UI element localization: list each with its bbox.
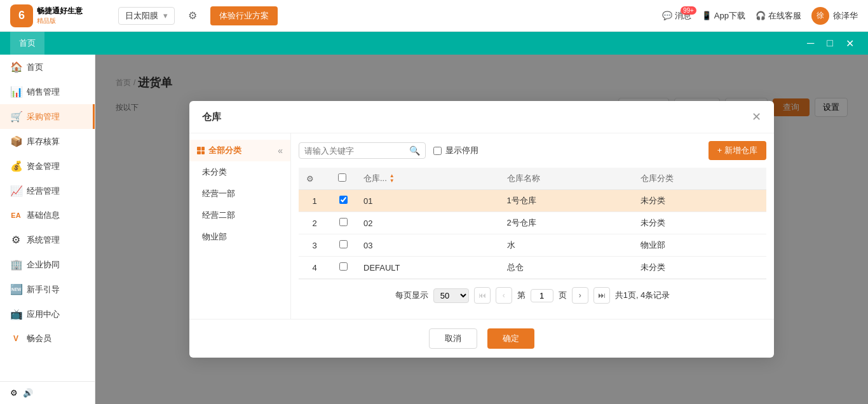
page-number-input[interactable] — [531, 289, 553, 302]
th-category: 仓库分类 — [633, 168, 766, 190]
app-download-btn[interactable]: 📱 App下载 — [702, 10, 745, 22]
close-button[interactable]: ✕ — [842, 37, 858, 50]
sidebar-item-sales[interactable]: 📊 销售管理 — [0, 79, 95, 104]
header-right: 💬 消息 99+ 📱 App下载 🎧 在线客服 徐 徐泽华 — [662, 7, 858, 25]
sidebar-item-capital[interactable]: 💰 资金管理 — [0, 154, 95, 178]
logo-icon: 6 — [10, 4, 33, 27]
sidebar-item-purchase[interactable]: 🛒 采购管理 — [0, 104, 95, 129]
select-all-checkbox[interactable] — [338, 173, 346, 182]
warehouse-modal: 仓库 ✕ 全部分类 « 未分类 — [189, 101, 774, 358]
table-row[interactable]: 1 01 1号仓库 未分类 — [299, 190, 766, 212]
settings-bottom-icon: ⚙ — [10, 388, 18, 398]
cancel-button[interactable]: 取消 — [429, 328, 477, 349]
base-icon: EA — [10, 212, 22, 219]
sidebar-item-enterprise[interactable]: 🏢 企业协同 — [0, 252, 95, 277]
category-item-dept2[interactable]: 经营二部 — [189, 205, 290, 226]
row-checkbox[interactable] — [339, 240, 348, 248]
top-header: 6 畅捷通好生意 精品版 日太阳膜 ▾ ⚙ 体验行业方案 💬 消息 99+ 📱 … — [0, 0, 868, 32]
sales-icon: 📊 — [10, 86, 22, 98]
modal-header: 仓库 ✕ — [189, 101, 774, 133]
tab-home[interactable]: 首页 — [10, 32, 44, 55]
row-code-cell: 01 — [356, 190, 499, 212]
row-check-cell[interactable] — [330, 212, 356, 234]
row-check-cell[interactable] — [330, 190, 356, 212]
row-checkbox[interactable] — [339, 262, 348, 271]
table-toolbar: 🔍 显示停用 + 新增仓库 — [299, 141, 766, 160]
per-page-select[interactable]: 50 100 200 — [433, 288, 469, 303]
page-first-button[interactable]: ⏮ — [474, 287, 491, 304]
store-selector[interactable]: 日太阳膜 ▾ — [118, 7, 175, 25]
message-btn[interactable]: 💬 消息 99+ — [662, 10, 691, 22]
show-disabled-checkbox[interactable] — [433, 147, 442, 155]
row-name-cell: 总仓 — [499, 257, 633, 279]
warehouse-table: ⚙ 仓库... ▲▼ — [299, 168, 766, 279]
home-icon: 🏠 — [10, 61, 22, 73]
minimize-button[interactable]: ─ — [803, 37, 818, 50]
add-warehouse-button[interactable]: + 新增仓库 — [709, 141, 766, 160]
table-row[interactable]: 3 03 水 物业部 — [299, 234, 766, 257]
row-category-cell: 未分类 — [633, 190, 766, 212]
sound-icon: 🔊 — [23, 388, 33, 398]
settings-icon-btn[interactable]: ⚙ — [182, 6, 203, 26]
sidebar-item-operation[interactable]: 📈 经营管理 — [0, 178, 95, 203]
page-last-button[interactable]: ⏭ — [593, 287, 610, 304]
modal-overlay: 仓库 ✕ 全部分类 « 未分类 — [95, 55, 868, 404]
brand-logo: 6 畅捷通好生意 精品版 — [10, 4, 105, 27]
sidebar-item-home[interactable]: 🏠 首页 — [0, 55, 95, 79]
system-icon: ⚙ — [10, 234, 22, 246]
table-row[interactable]: 4 DEFAULT 总仓 未分类 — [299, 257, 766, 279]
row-name-cell: 2号仓库 — [499, 212, 633, 234]
th-check — [330, 168, 356, 190]
modal-close-button[interactable]: ✕ — [752, 110, 761, 124]
search-icon: 🔍 — [409, 145, 420, 156]
category-panel: 全部分类 « 未分类 经营一部 经营二部 物业部 — [189, 133, 291, 319]
sidebar-item-appcenter[interactable]: 📺 应用中心 — [0, 302, 95, 327]
table-panel: 🔍 显示停用 + 新增仓库 ⚙ — [291, 133, 774, 319]
row-code-cell: 02 — [356, 212, 499, 234]
row-checkbox[interactable] — [339, 218, 348, 226]
row-check-cell[interactable] — [330, 234, 356, 257]
sidebar-item-member[interactable]: V 畅会员 — [0, 327, 95, 351]
sidebar-item-base[interactable]: EA 基础信息 — [0, 203, 95, 227]
sub-header-right: ─ □ ✕ — [803, 37, 858, 50]
category-item-dept1[interactable]: 经营一部 — [189, 183, 290, 205]
brand-text: 畅捷通好生意 精品版 — [37, 6, 83, 25]
sidebar-item-inventory[interactable]: 📦 库存核算 — [0, 129, 95, 154]
guide-icon: 🆕 — [10, 283, 22, 295]
sub-header: 首页 ─ □ ✕ — [0, 32, 868, 55]
maximize-button[interactable]: □ — [823, 37, 837, 50]
category-all-item[interactable]: 全部分类 « — [189, 140, 290, 161]
row-code-cell: DEFAULT — [356, 257, 499, 279]
search-input[interactable] — [304, 146, 409, 156]
main-layout: 🏠 首页 📊 销售管理 🛒 采购管理 📦 库存核算 💰 资金管理 📈 经营管理 … — [0, 55, 868, 404]
row-checkbox[interactable] — [339, 196, 348, 204]
online-service-btn[interactable]: 🎧 在线客服 — [756, 10, 801, 22]
row-num-cell: 3 — [299, 234, 330, 257]
th-settings: ⚙ — [299, 168, 330, 190]
table-row[interactable]: 2 02 2号仓库 未分类 — [299, 212, 766, 234]
table-header-row: ⚙ 仓库... ▲▼ — [299, 168, 766, 190]
page-prev-button[interactable]: ‹ — [496, 287, 512, 304]
confirm-button[interactable]: 确定 — [487, 328, 534, 349]
sidebar-bottom[interactable]: ⚙ 🔊 — [0, 381, 95, 404]
category-collapse-button[interactable]: « — [278, 145, 283, 156]
operation-icon: 📈 — [10, 185, 22, 197]
category-item-property[interactable]: 物业部 — [189, 226, 290, 248]
user-profile-btn[interactable]: 徐 徐泽华 — [811, 7, 858, 25]
show-disabled-label[interactable]: 显示停用 — [433, 145, 478, 156]
row-category-cell: 未分类 — [633, 257, 766, 279]
sidebar-item-guide[interactable]: 🆕 新手引导 — [0, 277, 95, 302]
row-num-cell: 1 — [299, 190, 330, 212]
th-name: 仓库名称 — [499, 168, 633, 190]
row-check-cell[interactable] — [330, 257, 356, 279]
sort-arrows-code: ▲▼ — [390, 173, 395, 184]
th-code: 仓库... ▲▼ — [356, 168, 499, 190]
page-next-button[interactable]: › — [572, 287, 588, 304]
grid-icon — [197, 147, 205, 154]
sidebar-item-system[interactable]: ⚙ 系统管理 — [0, 227, 95, 252]
inventory-icon: 📦 — [10, 135, 22, 147]
category-item-unclassified[interactable]: 未分类 — [189, 161, 290, 183]
search-box: 🔍 — [299, 142, 426, 159]
appcenter-icon: 📺 — [10, 308, 22, 320]
try-industry-button[interactable]: 体验行业方案 — [210, 6, 278, 25]
